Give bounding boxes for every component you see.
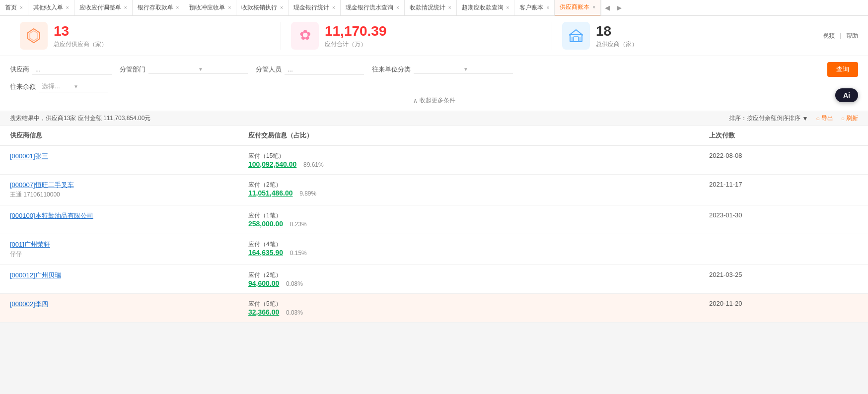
- tab-cash-bank-stats[interactable]: 现金银行统计 ×: [289, 0, 341, 16]
- sort-arrow: ▼: [802, 115, 808, 122]
- tab-prepay-offset[interactable]: 预收冲应收单 ×: [184, 0, 236, 16]
- supplier-link-2[interactable]: [000100]本特勤油品有限公司: [10, 212, 93, 219]
- tab-collection-exec[interactable]: 收款核销执行 ×: [236, 0, 289, 16]
- supplier-info-2: [000100]本特勤油品有限公司: [10, 211, 248, 220]
- tab-home-close[interactable]: ×: [20, 5, 23, 10]
- collapse-button[interactable]: ∧ 收起更多条件: [10, 96, 858, 105]
- snowflake-icon: ✿: [291, 22, 319, 50]
- tab-supplier-ledger-label: 供应商账本: [560, 3, 589, 11]
- col-header-tx: 应付交易信息（占比）: [248, 131, 709, 140]
- tab-ap-adjust-close[interactable]: ×: [124, 5, 127, 10]
- nav-prev-arrow[interactable]: ◀: [601, 0, 613, 16]
- col-header-supplier: 供应商信息: [10, 131, 248, 140]
- export-button[interactable]: ○ 导出: [816, 114, 833, 123]
- supplier-link-4[interactable]: [000012]广州贝瑞: [10, 271, 61, 279]
- table-header: 供应商信息 应付交易信息（占比） 上次付数: [0, 126, 868, 146]
- tab-cash-bank-stats-label: 现金银行统计: [293, 3, 329, 12]
- help-link[interactable]: 帮助: [846, 32, 858, 40]
- category-select[interactable]: ▼: [414, 66, 513, 73]
- main-content: 供应商信息 应付交易信息（占比） 上次付数 [000001]张三 应付（15笔）…: [0, 126, 868, 394]
- tx-label-2: 应付（1笔）: [248, 211, 709, 220]
- data-table: 供应商信息 应付交易信息（占比） 上次付数 [000001]张三 应付（15笔）…: [0, 126, 868, 323]
- stat-payable-suppliers-text: 13 总应付供应商（家）: [54, 23, 107, 49]
- ai-button[interactable]: Ai: [835, 88, 858, 102]
- tab-cash-bank-stats-close[interactable]: ×: [332, 5, 335, 10]
- dept-dropdown-arrow: ▼: [198, 66, 245, 72]
- refresh-button[interactable]: ○ 刷新: [841, 114, 858, 123]
- last-pay-0: 2022-08-08: [709, 152, 858, 159]
- tab-customer-ledger-close[interactable]: ×: [546, 5, 549, 10]
- table-row: [000001]张三 应付（15笔） 100,092,540.00 89.61%…: [0, 146, 868, 175]
- filter-balance: 往来余额 选择... ▼: [10, 81, 108, 92]
- stat-total-suppliers-text: 18 总供应商（家）: [596, 23, 638, 49]
- dept-label: 分管部门: [120, 65, 145, 74]
- help-links: 视频 | 帮助: [823, 32, 858, 40]
- tab-prepay-offset-close[interactable]: ×: [228, 5, 231, 10]
- tx-label-1: 应付（2笔）: [248, 181, 709, 189]
- ai-button-label: Ai: [843, 91, 850, 99]
- supplier-link-3[interactable]: [001]广州荣轩: [10, 241, 50, 248]
- stat-payable-amount: ✿ 11,170.39 应付合计（万）: [281, 22, 552, 50]
- nav-next-arrow[interactable]: ▶: [613, 0, 625, 16]
- refresh-label: 刷新: [846, 114, 858, 123]
- col-header-lastpay: 上次付数: [709, 131, 858, 140]
- tab-other-income-close[interactable]: ×: [66, 5, 69, 10]
- export-label: 导出: [821, 114, 833, 123]
- filter-row-1: 供应商 分管部门 ▼ 分管人员 往来单位分类 ▼ 查询: [10, 62, 858, 77]
- tab-cash-flow[interactable]: 现金银行流水查询 ×: [341, 0, 405, 16]
- tab-bank-deposit[interactable]: 银行存取款单 ×: [133, 0, 185, 16]
- tx-amount-1[interactable]: 11,051,486.00: [248, 189, 293, 197]
- collapse-arrow: ∧: [413, 97, 418, 104]
- tab-collection-stats[interactable]: 收款情况统计 ×: [405, 0, 457, 16]
- store-icon: [562, 22, 590, 50]
- tx-amount-4[interactable]: 94,600.00: [248, 279, 279, 287]
- stats-bar: 13 总应付供应商（家） ✿ 11,170.39 应付合计（万） 18: [0, 16, 868, 56]
- tab-supplier-ledger-close[interactable]: ×: [592, 4, 595, 10]
- filter-row-2: 往来余额 选择... ▼: [10, 81, 858, 92]
- supplier-link-0[interactable]: [000001]张三: [10, 152, 48, 160]
- tab-ap-adjust[interactable]: 应收应付调整单 ×: [74, 0, 133, 16]
- tx-percent-3: 0.15%: [290, 250, 307, 257]
- filter-supplier: 供应商: [10, 65, 112, 74]
- tab-overdue-ar-close[interactable]: ×: [506, 5, 509, 10]
- tx-amount-5[interactable]: 32,366.00: [248, 308, 279, 316]
- tab-cash-flow-label: 现金银行流水查询: [346, 3, 393, 12]
- query-button[interactable]: 查询: [827, 62, 858, 77]
- svg-marker-1: [30, 31, 38, 41]
- tx-amount-2[interactable]: 258,000.00: [248, 220, 283, 228]
- sort-select[interactable]: 排序：按应付余额倒序排序 ▼: [729, 114, 808, 123]
- balance-select[interactable]: 选择... ▼: [39, 81, 108, 92]
- tx-percent-0: 89.61%: [303, 161, 324, 168]
- tx-amount-3[interactable]: 164,635.90: [248, 249, 283, 257]
- stat-total-suppliers-label: 总供应商（家）: [596, 40, 638, 49]
- supplier-info-0: [000001]张三: [10, 152, 248, 161]
- supplier-link-1[interactable]: [000007]恒旺二手叉车: [10, 181, 74, 189]
- tab-supplier-ledger[interactable]: 供应商账本 ×: [555, 0, 601, 16]
- category-dropdown-arrow: ▼: [463, 66, 510, 72]
- tab-collection-exec-close[interactable]: ×: [280, 5, 283, 10]
- refresh-icon: ○: [841, 115, 845, 122]
- stat-payable-suppliers-num: 13: [54, 23, 107, 40]
- tx-info-3: 应付（4笔） 164,635.90 0.15%: [248, 240, 709, 257]
- supplier-link-5[interactable]: [000002]李四: [10, 300, 48, 308]
- tx-info-1: 应付（2笔） 11,051,486.00 9.89%: [248, 181, 709, 197]
- video-link[interactable]: 视频: [823, 32, 835, 40]
- tab-customer-ledger[interactable]: 客户账本 ×: [514, 0, 555, 16]
- table-row: [000012]广州贝瑞 应付（2笔） 94,600.00 0.08% 2021…: [0, 265, 868, 294]
- tab-customer-ledger-label: 客户账本: [519, 3, 543, 12]
- tx-label-4: 应付（2笔）: [248, 271, 709, 279]
- tab-home[interactable]: 首页 ×: [0, 0, 28, 16]
- tab-cash-flow-close[interactable]: ×: [396, 5, 399, 10]
- tx-label-0: 应付（15笔）: [248, 152, 709, 160]
- tab-overdue-ar[interactable]: 超期应收款查询 ×: [457, 0, 515, 16]
- supplier-info-4: [000012]广州贝瑞: [10, 271, 248, 280]
- person-input[interactable]: [285, 65, 364, 74]
- tab-other-income[interactable]: 其他收入单 ×: [28, 0, 74, 16]
- tab-bank-deposit-close[interactable]: ×: [176, 5, 179, 10]
- dept-select[interactable]: ▼: [148, 66, 248, 73]
- supplier-input[interactable]: [32, 65, 112, 74]
- svg-rect-4: [574, 37, 579, 42]
- person-label: 分管人员: [256, 65, 282, 74]
- tx-amount-0[interactable]: 100,092,540.00: [248, 160, 296, 168]
- tab-collection-stats-close[interactable]: ×: [448, 5, 451, 10]
